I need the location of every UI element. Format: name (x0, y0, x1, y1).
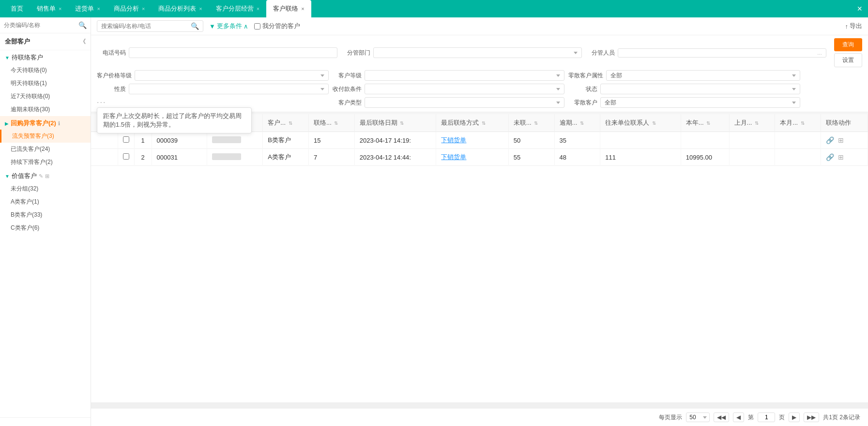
nav-home[interactable]: 首页 (4, 0, 30, 17)
filter-search-input[interactable] (101, 23, 191, 29)
close-sales-icon[interactable]: × (59, 6, 61, 12)
nav-customer-layered[interactable]: 客户分层经营 × (209, 0, 266, 17)
more-conditions-btn[interactable]: ▼ 更多条件 ∧ (209, 22, 248, 30)
row2-customer-type: A类客户 (263, 149, 309, 166)
filter-person-input[interactable]: … (618, 48, 826, 58)
nav-customer-contact[interactable]: 客户联络 × (266, 0, 311, 17)
all-customers-header: 全部客户 《 (0, 33, 91, 50)
row1-last-method[interactable]: 下销货单 (436, 132, 508, 149)
col-last-method[interactable]: 最后联络方式 ⇅ (436, 114, 508, 132)
close-purchase-icon[interactable]: × (97, 6, 100, 12)
col-uncontacted[interactable]: 未联... ⇅ (508, 114, 554, 132)
per-page-select[interactable]: 50 20 100 (686, 412, 710, 422)
sidebar-collapse-icon[interactable]: 《 (80, 38, 86, 46)
page-number-input[interactable] (758, 412, 775, 422)
filter-payment-select[interactable] (365, 84, 564, 94)
sidebar-group-value-label: 价值客户 (12, 172, 37, 180)
col-last-date[interactable]: 最后联络日期 ⇅ (354, 114, 436, 132)
row2-select-checkbox[interactable] (123, 153, 129, 160)
row2-this-year: 10995.00 (681, 149, 729, 166)
filter-ellipsis-btn[interactable]: ··· (97, 98, 106, 107)
col-contact-label: 联络... (314, 119, 332, 126)
sidebar-item-lost[interactable]: 已流失客户(24) (0, 143, 91, 156)
row2-link-icon[interactable]: 🔗 (826, 153, 834, 161)
row2-checkbox[interactable] (118, 149, 134, 166)
col-customer-type[interactable]: 客户... ⇅ (263, 114, 309, 132)
sidebar-item-today-pending[interactable]: 今天待联络(0) (0, 64, 91, 77)
next-page-btn[interactable]: ▶ (789, 412, 800, 422)
settings-button[interactable]: 设置 (834, 53, 862, 67)
row2-grid-icon[interactable]: ⊞ (838, 153, 844, 161)
sidebar-item-overdue-pending[interactable]: 逾期未联络(30) (0, 103, 91, 116)
filter-nature-select[interactable] (129, 84, 329, 94)
close-customer-layered-icon[interactable]: × (257, 6, 259, 12)
filter-search-icon[interactable]: 🔍 (191, 22, 199, 30)
sidebar-item-a-class[interactable]: A类客户(1) (0, 195, 91, 208)
filter-phone-input[interactable] (129, 47, 337, 58)
filter-price-grade-select[interactable] (135, 70, 329, 81)
sidebar-item-declining[interactable]: 持续下滑客户(2) (0, 156, 91, 169)
sidebar-search-input[interactable] (4, 22, 76, 29)
nav-sales-label: 销售单 (37, 4, 56, 13)
col-contact[interactable]: 联络... ⇅ (308, 114, 354, 132)
nav-purchase[interactable]: 进货单 × (68, 0, 107, 17)
value-add-icon[interactable]: ⊞ (45, 173, 49, 179)
sidebar-group-repurchase[interactable]: ▶ 回购异常客户(2) ℹ (0, 116, 91, 130)
row1-link-icon[interactable]: 🔗 (826, 136, 834, 144)
col-overdue[interactable]: 逾期... ⇅ (554, 114, 600, 132)
first-page-btn[interactable]: ◀◀ (714, 412, 729, 422)
triangle-value-icon: ▼ (5, 174, 10, 179)
sidebar-item-tomorrow-pending[interactable]: 明天待联络(1) (0, 77, 91, 90)
filter-dept-select[interactable] (373, 47, 582, 58)
filter-cell-scattered-attr: 零散客户属性 全部 (568, 70, 800, 81)
filter-status-select[interactable] (600, 84, 800, 94)
sidebar-item-ungrouped[interactable]: 未分组(32) (0, 182, 91, 195)
sidebar-search-icon[interactable]: 🔍 (78, 21, 87, 29)
sidebar: 🔍 全部客户 《 ▼ 待联络客户 今天待联络(0) 明天待联络(1) 近7天待联… (0, 17, 91, 426)
col-overdue-label: 逾期... (560, 119, 578, 126)
filter-scattered-attr-select[interactable]: 全部 (606, 70, 800, 81)
value-edit-icon[interactable]: ✎ (39, 173, 43, 179)
row1-select-checkbox[interactable] (123, 136, 129, 143)
my-customers-checkbox[interactable] (254, 23, 260, 29)
row2-last-method-link[interactable]: 下销货单 (441, 153, 466, 161)
close-goods-analysis-icon[interactable]: × (142, 6, 145, 12)
filter-row-1: 电话号码 分管部门 分管人员 … 查询 (97, 38, 862, 67)
row1-action-icons: 🔗 ⊞ (826, 136, 863, 144)
col-unit-contact-sort-icon: ⇅ (652, 120, 656, 126)
my-customers-label: 我分管的客户 (262, 22, 300, 30)
prev-page-btn[interactable]: ◀ (733, 412, 744, 422)
nav-goods-list-label: 商品分析列表 (158, 4, 196, 13)
nav-goods-list[interactable]: 商品分析列表 × (152, 0, 209, 17)
row1-grid-icon[interactable]: ⊞ (838, 136, 844, 144)
sidebar-item-loss-warning[interactable]: 流失预警客户(3) (0, 130, 91, 143)
last-page-btn[interactable]: ▶▶ (804, 412, 819, 422)
sidebar-bottom-scrollbar[interactable] (0, 417, 91, 426)
filter-customer-type-select[interactable] (365, 97, 564, 108)
nav-goods-analysis[interactable]: 商品分析 × (107, 0, 152, 17)
sidebar-item-7days-pending[interactable]: 近7天待联络(0) (0, 90, 91, 103)
row1-last-method-link[interactable]: 下销货单 (441, 136, 466, 144)
filter-grade-select[interactable] (365, 70, 564, 81)
close-customer-contact-icon[interactable]: × (301, 6, 304, 12)
filter-scattered-select[interactable]: 全部 (600, 97, 800, 108)
filter-customer-type-label: 客户类型 (333, 99, 362, 107)
close-goods-list-icon[interactable]: × (199, 6, 202, 12)
col-last-month-label: 上月... (734, 119, 752, 126)
sidebar-group-value[interactable]: ▼ 价值客户 ✎ ⊞ (0, 169, 91, 182)
export-btn[interactable]: ↑ 导出 (845, 22, 863, 30)
col-this-month[interactable]: 本月... ⇅ (775, 114, 821, 132)
col-unit-contact[interactable]: 往来单位联系人 ⇅ (600, 114, 681, 132)
row1-name-blur (212, 136, 241, 143)
window-close-icon[interactable]: × (857, 4, 862, 14)
sidebar-item-b-class[interactable]: B类客户(33) (0, 208, 91, 221)
col-last-month[interactable]: 上月... ⇅ (729, 114, 775, 132)
sidebar-item-c-class[interactable]: C类客户(6) (0, 221, 91, 235)
sidebar-group-pending[interactable]: ▼ 待联络客户 (0, 50, 91, 64)
row1-checkbox[interactable] (118, 132, 134, 149)
query-button[interactable]: 查询 (834, 38, 862, 51)
row2-last-method[interactable]: 下销货单 (436, 149, 508, 166)
nav-sales[interactable]: 销售单 × (30, 0, 68, 17)
col-this-year[interactable]: 本年... ⇅ (681, 114, 729, 132)
table-scrollbar[interactable] (91, 402, 868, 408)
